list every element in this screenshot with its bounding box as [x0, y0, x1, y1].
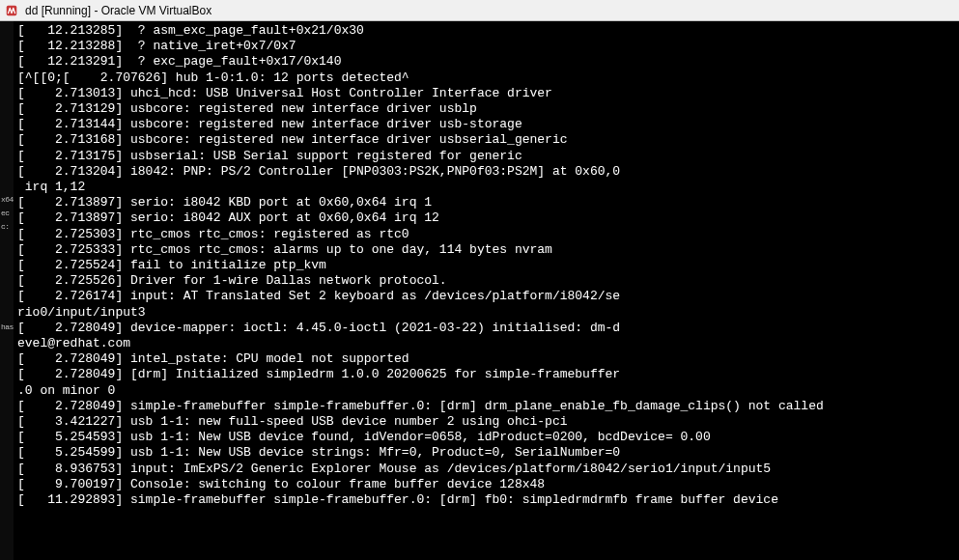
svg-rect-0 [7, 5, 17, 15]
console-line: [ 2.725524] fail to initialize ptp_kvm [17, 258, 955, 273]
trim-frag: ec [0, 209, 14, 218]
console-line: [ 2.728049] [drm] Initialized simpledrm … [17, 367, 955, 382]
console-line: [ 2.728049] simple-framebuffer simple-fr… [17, 399, 955, 414]
console-line: [ 12.213285] ? asm_exc_page_fault+0x21/0… [17, 23, 955, 39]
console-line: [ 12.213288] ? native_iret+0x7/0x7 [17, 39, 955, 54]
console-line: [ 2.713204] i8042: PNP: PS/2 Controller … [17, 164, 955, 180]
console-line: [ 2.713897] serio: i8042 AUX port at 0x6… [17, 210, 955, 226]
console-line: .0 on minor 0 [17, 383, 955, 399]
console-line: [ 2.728049] device-mapper: ioctl: 4.45.0… [17, 321, 955, 336]
virtualbox-icon [4, 3, 19, 18]
console-line: [ 5.254593] usb 1-1: New USB device foun… [17, 430, 955, 445]
console-line: [ 2.713897] serio: i8042 KBD port at 0x6… [17, 195, 955, 210]
console-line: [ 5.254599] usb 1-1: New USB device stri… [17, 445, 955, 461]
console-line: [ 2.728049] intel_pstate: CPU model not … [17, 351, 955, 367]
console-line: [ 2.713129] usbcore: registered new inte… [17, 101, 955, 117]
console-line: [ 11.292893] simple-framebuffer simple-f… [17, 492, 955, 508]
console-line: [ 3.421227] usb 1-1: new full-speed USB … [17, 414, 955, 430]
console-line: [ 2.713175] usbserial: USB Serial suppor… [17, 149, 955, 164]
console-line: [ 8.936753] input: ImExPS/2 Generic Expl… [17, 462, 955, 477]
vm-display[interactable]: x64 ec c: has [ 12.213285] ? asm_exc_pag… [0, 21, 959, 560]
console-trim-strip: x64 ec c: has [0, 21, 14, 560]
window-title: dd [Running] - Oracle VM VirtualBox [25, 4, 212, 17]
console-line: [ 2.726174] input: AT Translated Set 2 k… [17, 289, 955, 304]
boot-console[interactable]: [ 12.213285] ? asm_exc_page_fault+0x21/0… [14, 21, 959, 560]
console-line: rio0/input/input3 [17, 305, 955, 321]
console-line: [ 2.713013] uhci_hcd: USB Universal Host… [17, 86, 955, 101]
console-line: [ 12.213291] ? exc_page_fault+0x17/0x140 [17, 54, 955, 70]
trim-frag: c: [0, 222, 14, 232]
console-line: [ 2.725303] rtc_cmos rtc_cmos: registere… [17, 227, 955, 242]
console-line: irq 1,12 [17, 180, 955, 195]
console-line: evel@redhat.com [17, 336, 955, 351]
trim-frag: has [0, 322, 14, 332]
console-line: [ 9.700197] Console: switching to colour… [17, 477, 955, 492]
console-line: [ 2.713168] usbcore: registered new inte… [17, 132, 955, 148]
console-line: [^[[0;[ 2.707626] hub 1-0:1.0: 12 ports … [17, 70, 955, 86]
console-line: [ 2.713144] usbcore: registered new inte… [17, 117, 955, 132]
console-line: [ 2.725526] Driver for 1-wire Dallas net… [17, 273, 955, 289]
window-titlebar[interactable]: dd [Running] - Oracle VM VirtualBox [0, 0, 959, 21]
console-line: [ 2.725333] rtc_cmos rtc_cmos: alarms up… [17, 242, 955, 258]
trim-frag: x64 [0, 195, 14, 205]
